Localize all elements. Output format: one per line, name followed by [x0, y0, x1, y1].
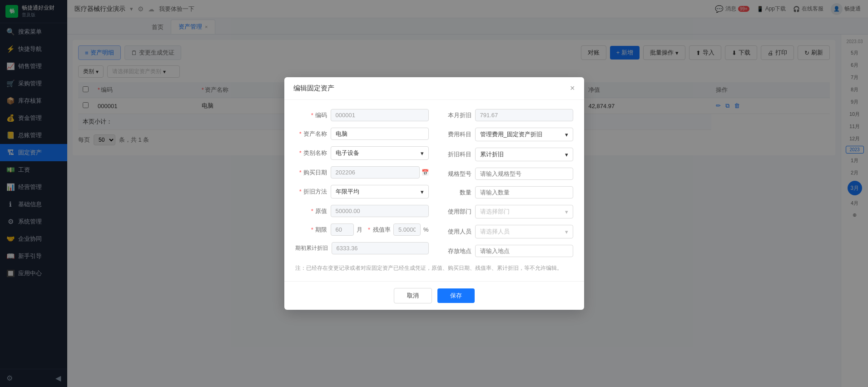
purchase-date-label: * 购买日期	[295, 169, 327, 177]
department-placeholder: 请选择部门	[480, 208, 510, 216]
residual-rate-label: 残值率	[373, 226, 391, 234]
code-label: * 编码	[295, 111, 327, 119]
residual-rate-input[interactable]	[393, 223, 421, 236]
expense-subject-select[interactable]: 管理费用_固定资产折旧 ▾	[475, 128, 573, 141]
form-original-value: * 原值	[295, 205, 429, 217]
form-spec: 规格型号	[440, 168, 573, 180]
form-left: * 编码 * 资产名称 * 类别名称 电子设备 ▾	[295, 109, 429, 257]
location-input[interactable]	[475, 245, 573, 257]
form-quantity: 数量	[440, 186, 573, 198]
req-star-residual: *	[368, 226, 370, 233]
dep-method-label: * 折旧方法	[295, 188, 327, 196]
form-asset-name: * 资产名称	[295, 128, 429, 140]
dep-method-dropdown-icon: ▾	[421, 189, 424, 195]
period-label: * 期限	[295, 226, 327, 234]
spec-label: 规格型号	[440, 170, 471, 178]
save-button[interactable]: 保存	[437, 288, 475, 303]
initial-accumulated-label: 期初累计折旧	[295, 244, 328, 252]
staff-label: 使用人员	[440, 228, 471, 236]
department-label: 使用部门	[440, 208, 471, 216]
form-depreciation-method: * 折旧方法 年限平均 ▾	[295, 185, 429, 198]
dep-subject-label: 折旧科目	[440, 150, 471, 159]
department-dropdown-icon: ▾	[565, 208, 568, 215]
notice-text: 注：已经存在变更记录或者对应固定资产已经生成凭证，原值、购买日期、残值率、累计折…	[295, 264, 573, 272]
purchase-date-input[interactable]	[331, 166, 420, 179]
dialog-body: * 编码 * 资产名称 * 类别名称 电子设备 ▾	[284, 100, 584, 281]
form-expense-subject: 费用科目 管理费用_固定资产折旧 ▾	[440, 128, 573, 141]
dialog-footer: 取消 保存	[284, 281, 584, 310]
form-monthly-dep: 本月折旧	[440, 109, 573, 121]
department-select[interactable]: 请选择部门 ▾	[475, 205, 573, 218]
category-value: 电子设备	[336, 149, 359, 157]
quantity-input[interactable]	[475, 186, 573, 198]
form-staff: 使用人员 请选择人员 ▾	[440, 225, 573, 238]
dialog-title: 编辑固定资产	[293, 84, 334, 93]
form-grid: * 编码 * 资产名称 * 类别名称 电子设备 ▾	[295, 109, 573, 257]
expense-subject-value: 管理费用_固定资产折旧	[480, 130, 542, 139]
dep-subject-dropdown-icon: ▾	[565, 151, 568, 158]
quantity-label: 数量	[440, 189, 471, 197]
calendar-picker-icon[interactable]: 📅	[422, 169, 429, 176]
dialog-header: 编辑固定资产 ×	[284, 77, 584, 100]
dialog-close-button[interactable]: ×	[570, 84, 575, 93]
code-input[interactable]	[331, 109, 429, 121]
form-dep-subject: 折旧科目 累计折旧 ▾	[440, 148, 573, 161]
category-dropdown-icon: ▾	[421, 150, 424, 157]
edit-asset-dialog: 编辑固定资产 × * 编码 * 资产名称	[284, 77, 584, 310]
period-unit: 月	[357, 226, 362, 234]
form-category: * 类别名称 电子设备 ▾	[295, 146, 429, 160]
period-input[interactable]	[331, 223, 354, 236]
form-department: 使用部门 请选择部门 ▾	[440, 205, 573, 218]
monthly-dep-label: 本月折旧	[440, 111, 471, 119]
asset-name-label: * 资产名称	[295, 130, 327, 138]
period-row: 月 * 残值率 %	[331, 223, 429, 236]
staff-placeholder: 请选择人员	[480, 228, 510, 236]
form-initial-accumulated: 期初累计折旧	[295, 242, 429, 254]
staff-dropdown-icon: ▾	[565, 228, 568, 235]
residual-rate-unit: %	[423, 226, 429, 233]
location-label: 存放地点	[440, 247, 471, 255]
form-right: 本月折旧 费用科目 管理费用_固定资产折旧 ▾ 折旧科目	[440, 109, 573, 257]
form-location: 存放地点	[440, 245, 573, 257]
category-select[interactable]: 电子设备 ▾	[331, 146, 429, 160]
spec-input[interactable]	[475, 168, 573, 180]
dep-subject-value: 累计折旧	[480, 150, 504, 159]
initial-accumulated-input[interactable]	[332, 242, 429, 254]
dep-subject-select[interactable]: 累计折旧 ▾	[475, 148, 573, 161]
category-name-label: * 类别名称	[295, 149, 327, 157]
form-purchase-date: * 购买日期 📅	[295, 166, 429, 179]
original-value-input[interactable]	[331, 205, 429, 217]
cancel-button[interactable]: 取消	[394, 288, 432, 303]
expense-subject-dropdown-icon: ▾	[565, 131, 568, 138]
form-code: * 编码	[295, 109, 429, 121]
dialog-overlay: 编辑固定资产 × * 编码 * 资产名称	[0, 0, 868, 387]
form-period: * 期限 月 * 残值率 %	[295, 223, 429, 236]
dep-method-value: 年限平均	[336, 188, 359, 196]
staff-select[interactable]: 请选择人员 ▾	[475, 225, 573, 238]
dep-method-select[interactable]: 年限平均 ▾	[331, 185, 429, 198]
original-value-label: * 原值	[295, 207, 327, 215]
asset-name-input[interactable]	[331, 128, 429, 140]
monthly-dep-input[interactable]	[475, 109, 573, 121]
expense-subject-label: 费用科目	[440, 130, 471, 139]
